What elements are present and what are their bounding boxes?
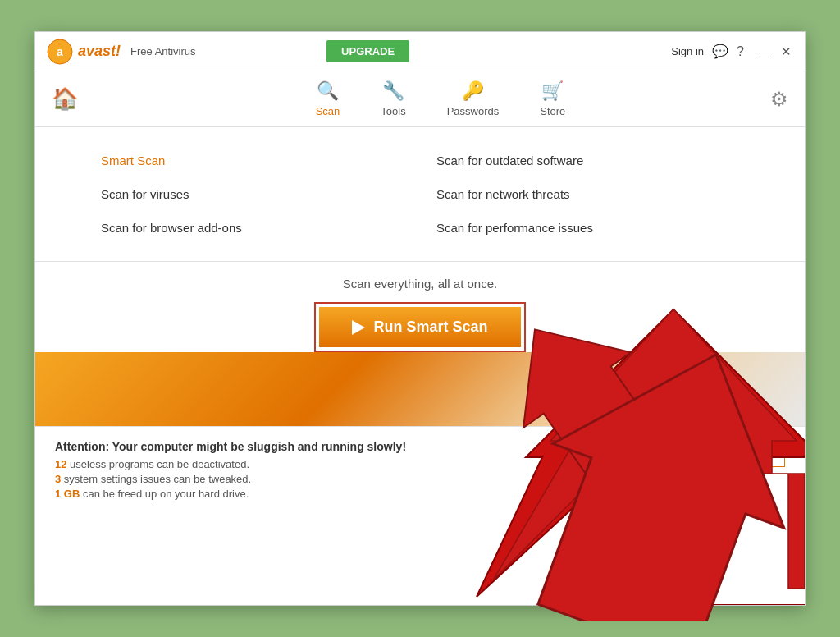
passwords-nav-label: Passwords: [447, 105, 500, 117]
info-number-3: 1 GB: [55, 488, 80, 500]
title-bar-right: Sign in 💬 ? — ✕: [671, 44, 793, 59]
upgrade-button[interactable]: UPGRADE: [326, 40, 409, 62]
store-nav-label: Store: [540, 105, 565, 117]
close-button[interactable]: ✕: [779, 44, 793, 59]
minimize-button[interactable]: —: [757, 44, 773, 59]
attention-title: Attention: Your computer might be sluggi…: [55, 440, 785, 453]
nav-items: 🔍 Scan 🔧 Tools 🔑 Passwords 🛒 Store: [111, 80, 770, 117]
settings-nav-icon[interactable]: ⚙: [770, 88, 788, 111]
title-bar: a avast! Free Antivirus UPGRADE Sign in …: [35, 32, 805, 71]
scan-menu-performance[interactable]: Scan for performance issues: [436, 218, 739, 238]
attention-text: Your computer might be sluggish and runn…: [112, 440, 406, 453]
scan-menu-network[interactable]: Scan for network threats: [436, 184, 739, 204]
nav-item-scan[interactable]: 🔍 Scan: [316, 80, 340, 117]
logo-text: avast!: [78, 43, 121, 60]
app-subtitle: Free Antivirus: [130, 45, 195, 57]
info-line-2: 3 system settings issues can be tweaked.: [55, 473, 785, 485]
window-controls: — ✕: [757, 44, 793, 59]
home-nav-button[interactable]: 🏠: [52, 86, 78, 112]
scan-nav-label: Scan: [316, 105, 340, 117]
run-smart-scan-wrapper: Run Smart Scan: [314, 302, 525, 352]
info-text-1: useless programs can be deactivated.: [66, 458, 249, 470]
info-line-1: 12 useless programs can be deactivated.: [55, 458, 785, 470]
smart-scan-area: Scan everything, all at once. Run Smart …: [35, 262, 805, 352]
info-number-1: 12: [55, 458, 66, 470]
info-line-3: 1 GB can be freed up on your hard drive.: [55, 488, 785, 500]
help-icon[interactable]: ?: [737, 44, 744, 59]
scan-menu-viruses[interactable]: Scan for viruses: [101, 184, 404, 204]
info-text-3: can be freed up on your hard drive.: [80, 488, 249, 500]
svg-text:a: a: [57, 45, 63, 58]
scan-tagline: Scan everything, all at once.: [343, 277, 497, 291]
nav-item-passwords[interactable]: 🔑 Passwords: [447, 80, 500, 117]
store-nav-icon: 🛒: [541, 80, 564, 102]
tools-nav-label: Tools: [381, 105, 405, 117]
chat-icon[interactable]: 💬: [712, 44, 728, 59]
logo-area: a avast! Free Antivirus: [47, 39, 196, 65]
avast-logo-icon: a: [47, 39, 73, 65]
attention-prefix: Attention:: [55, 440, 112, 453]
nav-bar: 🏠 🔍 Scan 🔧 Tools 🔑 Passwords 🛒 Store ⚙: [35, 71, 805, 127]
run-smart-scan-label: Run Smart Scan: [373, 318, 487, 336]
scan-nav-icon: 🔍: [317, 80, 339, 102]
scan-menu-browser[interactable]: Scan for browser add-ons: [101, 218, 404, 238]
sign-in-link[interactable]: Sign in: [671, 45, 704, 57]
main-content: Smart Scan Scan for outdated software Sc…: [35, 127, 805, 605]
info-text-2: system settings issues can be tweaked.: [61, 473, 251, 485]
run-smart-scan-button[interactable]: Run Smart Scan: [319, 307, 520, 347]
play-icon: [352, 320, 365, 335]
main-window: a avast! Free Antivirus UPGRADE Sign in …: [34, 31, 806, 606]
action-button[interactable]: nce: [740, 440, 785, 467]
nav-item-store[interactable]: 🛒 Store: [540, 80, 565, 117]
scan-menu-smart-scan[interactable]: Smart Scan: [101, 150, 404, 171]
banner-area: [35, 352, 805, 426]
passwords-nav-icon: 🔑: [462, 80, 484, 102]
nav-item-tools[interactable]: 🔧 Tools: [381, 80, 405, 117]
tools-nav-icon: 🔧: [382, 80, 404, 102]
bottom-section: Attention: Your computer might be sluggi…: [35, 426, 805, 605]
scan-menu-outdated[interactable]: Scan for outdated software: [436, 150, 739, 171]
scan-menu: Smart Scan Scan for outdated software Sc…: [35, 127, 805, 262]
